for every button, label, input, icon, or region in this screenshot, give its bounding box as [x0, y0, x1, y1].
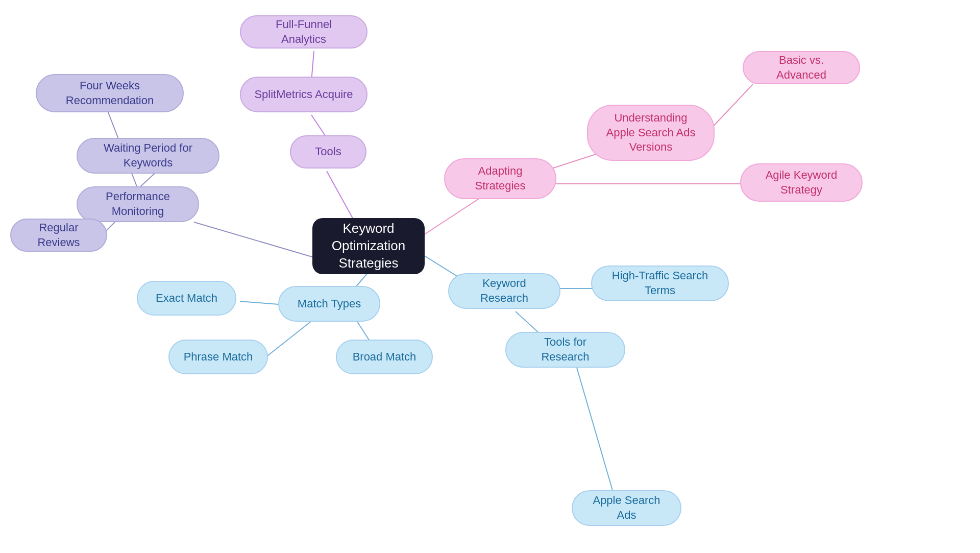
tools-research-node: Tools for Research: [505, 332, 625, 368]
match-types-node: Match Types: [278, 286, 380, 322]
agile-keyword-node: Agile Keyword Strategy: [740, 163, 863, 202]
tools-node: Tools: [290, 135, 366, 169]
exact-match-node: Exact Match: [137, 281, 236, 316]
performance-monitoring-node: Performance Monitoring: [77, 186, 199, 222]
fullfunnel-node: Full-Funnel Analytics: [240, 15, 368, 49]
waiting-period-node: Waiting Period for Keywords: [77, 138, 219, 174]
understanding-node: Understanding Apple Search Ads Versions: [587, 105, 715, 161]
svg-line-13: [265, 319, 314, 357]
regular-reviews-node: Regular Reviews: [10, 219, 107, 252]
adapting-strategies-node: Adapting Strategies: [444, 158, 556, 199]
center-node: Keyword Optimization Strategies: [312, 218, 425, 274]
keyword-research-node: Keyword Research: [448, 273, 560, 309]
svg-line-9: [709, 84, 753, 130]
basic-advanced-node: Basic vs. Advanced: [743, 51, 860, 84]
splitmetrics-node: SplitMetrics Acquire: [240, 77, 368, 112]
broad-match-node: Broad Match: [336, 340, 433, 374]
high-traffic-node: High-Traffic Search Terms: [591, 266, 729, 301]
svg-line-18: [577, 368, 612, 490]
svg-line-5: [311, 115, 327, 138]
phrase-match-node: Phrase Match: [168, 340, 268, 374]
apple-search-ads-node: Apple Search Ads: [572, 490, 681, 526]
four-weeks-node: Four Weeks Recommendation: [36, 74, 184, 112]
